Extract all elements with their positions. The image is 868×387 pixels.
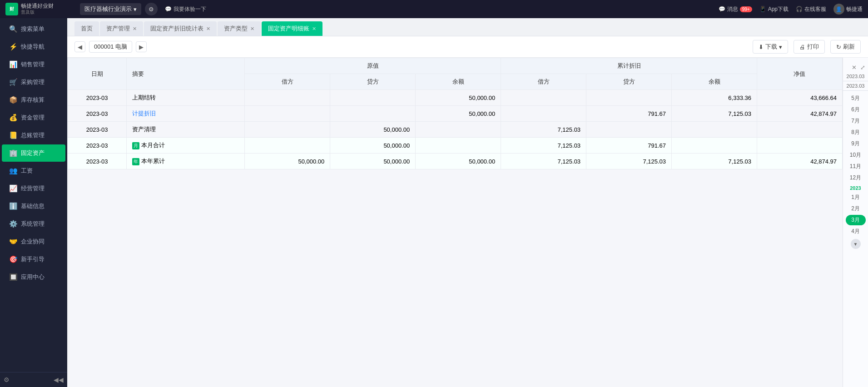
sidebar-item-search[interactable]: 🔍 搜索菜单 — [2, 20, 65, 38]
company-selector[interactable]: 医疗器械行业演示 ▾ — [80, 3, 141, 15]
tab-depreciation-close[interactable]: ✕ — [206, 26, 210, 32]
month-2023-4[interactable]: 4月 — [846, 226, 866, 237]
settings-button[interactable]: ⚙ — [145, 3, 158, 15]
month-item-5[interactable]: 5月 — [846, 93, 866, 104]
tab-asset-mgmt[interactable]: 资产管理 ✕ — [100, 21, 143, 36]
sidebar-label-finance: 资金管理 — [21, 114, 45, 122]
cell-orig-credit: 50,000.00 — [330, 154, 416, 169]
sidebar-item-app-center[interactable]: 🔲 应用中心 — [2, 268, 65, 286]
sidebar-scroll: 🔍 搜索菜单 ⚡ 快捷导航 📊 销售管理 🛒 采购管理 📦 库存核算 💰 — [0, 18, 67, 372]
cell-orig-debit — [245, 122, 330, 138]
messages-button[interactable]: 💬 消息 99+ — [719, 5, 752, 13]
username-label: 畅捷通 — [846, 5, 863, 13]
sidebar-label-payroll: 工资 — [21, 167, 33, 175]
tab-asset-detail-close[interactable]: ✕ — [312, 26, 316, 32]
cell-net-value: 42,874.97 — [757, 154, 842, 169]
download-button[interactable]: ⬇ 下载 ▾ — [753, 40, 788, 54]
prev-asset-button[interactable]: ◀ — [74, 41, 85, 52]
table-row: 2023-03 资产清理 50,000.00 7,125.03 — [68, 122, 843, 138]
cell-accum-debit — [501, 106, 586, 122]
print-icon: 🖨 — [799, 44, 805, 50]
main-layout: 🔍 搜索菜单 ⚡ 快捷导航 📊 销售管理 🛒 采购管理 📦 库存核算 💰 — [0, 18, 868, 387]
finance-icon: 💰 — [9, 114, 17, 122]
panel-expand-button[interactable]: ⤢ — [859, 63, 866, 72]
sidebar-item-finance[interactable]: 💰 资金管理 — [2, 109, 65, 126]
sidebar-item-inventory[interactable]: 📦 库存核算 — [2, 91, 65, 109]
sidebar-label-purchase: 采购管理 — [21, 78, 45, 86]
tab-depreciation-table[interactable]: 固定资产折旧统计表 ✕ — [144, 21, 217, 36]
summary-link[interactable]: 计提折旧 — [132, 110, 156, 117]
collapse-sidebar-icon[interactable]: ◀◀ — [54, 376, 64, 383]
month-item-12[interactable]: 12月 — [846, 173, 866, 183]
tab-asset-mgmt-close[interactable]: ✕ — [133, 26, 137, 32]
col-header-summary: 摘要 — [127, 58, 245, 90]
sidebar-item-sales[interactable]: 📊 销售管理 — [2, 56, 65, 73]
operations-icon: 📈 — [9, 184, 17, 193]
month-item-11[interactable]: 11月 — [846, 161, 866, 172]
cell-orig-balance: 50,000.00 — [416, 154, 501, 169]
sidebar-item-guide[interactable]: 🎯 新手引导 — [2, 251, 65, 268]
month-2023-3[interactable]: 3月 — [846, 215, 866, 225]
system-icon: ⚙️ — [9, 220, 17, 228]
month-2023-2[interactable]: 2月 — [846, 203, 866, 214]
col-header-orig-debit: 借方 — [245, 74, 330, 90]
scroll-down-button[interactable]: ▼ — [851, 239, 861, 249]
cell-summary: 上期结转 — [127, 90, 245, 106]
purchase-icon: 🛒 — [9, 78, 17, 86]
cell-summary: 资产清理 — [127, 122, 245, 138]
experience-button[interactable]: 💬 我要体验一下 — [165, 5, 206, 13]
sidebar-label-cooperation: 企业协同 — [21, 238, 45, 246]
panel-close-button[interactable]: ✕ — [851, 63, 858, 72]
sidebar-item-ledger[interactable]: 📒 总账管理 — [2, 127, 65, 144]
month-item-10[interactable]: 10月 — [846, 150, 866, 160]
print-label: 打印 — [807, 43, 819, 51]
sidebar-item-fixed-assets[interactable]: 🏢 固定资产 — [2, 144, 65, 162]
tab-asset-type-close[interactable]: ✕ — [250, 26, 254, 32]
sidebar-item-cooperation[interactable]: 🤝 企业协同 — [2, 233, 65, 250]
app-download-button[interactable]: 📱 App下载 — [759, 5, 789, 13]
cell-net-value: 43,666.64 — [757, 90, 842, 106]
cell-orig-debit — [245, 90, 330, 106]
customer-service-button[interactable]: 🎧 在线客服 — [796, 5, 826, 13]
cell-accum-balance: 7,125.03 — [672, 154, 757, 169]
cell-summary: 月本月合计 — [127, 138, 245, 154]
tab-bar: 首页 资产管理 ✕ 固定资产折旧统计表 ✕ 资产类型 ✕ 固定资产明细账 ✕ — [67, 18, 868, 36]
tab-asset-type[interactable]: 资产类型 ✕ — [218, 21, 261, 36]
tab-asset-detail[interactable]: 固定资产明细账 ✕ — [262, 21, 322, 36]
cell-net-value — [757, 122, 842, 138]
sidebar-item-operations[interactable]: 📈 经营管理 — [2, 180, 65, 197]
sidebar-item-basic-info[interactable]: ℹ️ 基础信息 — [2, 198, 65, 215]
payroll-icon: 👥 — [9, 167, 17, 175]
month-item-6[interactable]: 6月 — [846, 104, 866, 115]
col-header-net-value: 净值 — [757, 58, 842, 90]
sidebar-item-payroll[interactable]: 👥 工资 — [2, 162, 65, 179]
month-2023-1[interactable]: 1月 — [846, 192, 866, 203]
sidebar-item-system[interactable]: ⚙️ 系统管理 — [2, 215, 65, 233]
avatar: 👤 — [833, 4, 844, 15]
messages-icon: 💬 — [719, 6, 725, 12]
cell-orig-balance: 50,000.00 — [416, 90, 501, 106]
basic-info-icon: ℹ️ — [9, 202, 17, 210]
refresh-button[interactable]: ↻ 刷新 — [830, 40, 861, 54]
col-header-orig-credit: 贷方 — [330, 74, 416, 90]
toolbar-right: ⬇ 下载 ▾ 🖨 打印 ↻ 刷新 — [753, 40, 861, 54]
month-item-8[interactable]: 8月 — [846, 127, 866, 138]
next-asset-button[interactable]: ▶ — [136, 41, 147, 52]
cell-accum-credit: 791.67 — [586, 138, 672, 154]
tab-depreciation-label: 固定资产折旧统计表 — [150, 25, 203, 33]
user-avatar-area[interactable]: 👤 畅捷通 — [833, 4, 863, 15]
cell-orig-credit — [330, 106, 416, 122]
cell-date: 2023-03 — [68, 138, 127, 154]
month-item-7[interactable]: 7月 — [846, 116, 866, 126]
cell-accum-debit — [501, 90, 586, 106]
right-panel: ✕ ⤢ 2023.03 2023.03 5月 6月 7月 8月 9月 10月 1… — [843, 58, 868, 387]
sidebar-item-purchase[interactable]: 🛒 采购管理 — [2, 74, 65, 91]
month-item-9[interactable]: 9月 — [846, 139, 866, 149]
cell-date: 2023-03 — [68, 122, 127, 138]
cell-accum-balance — [672, 138, 757, 154]
print-button[interactable]: 🖨 打印 — [794, 40, 825, 54]
cell-date: 2023-03 — [68, 154, 127, 169]
tab-home[interactable]: 首页 — [74, 21, 99, 36]
settings-bottom-icon[interactable]: ⚙ — [4, 376, 10, 383]
sidebar-item-quick-nav[interactable]: ⚡ 快捷导航 — [2, 38, 65, 55]
